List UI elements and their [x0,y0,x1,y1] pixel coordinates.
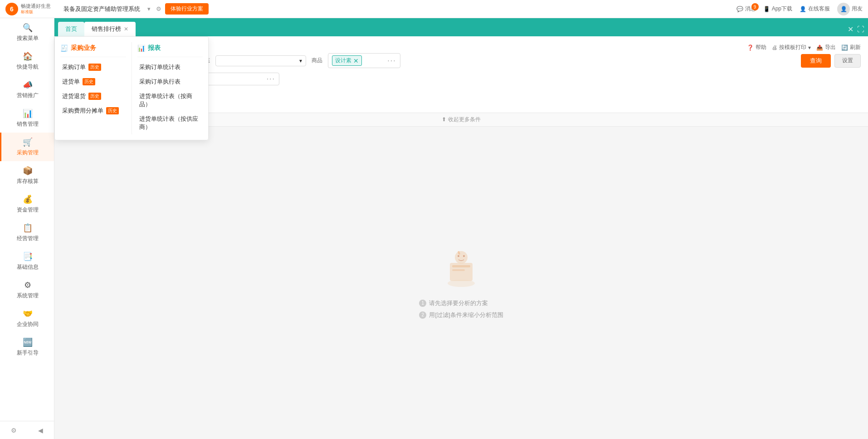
dropdown-col-purchase: 🧾 采购业务 采购订单 历史 进货单 历史 进货退货 历史 采购费用分摊单 历史 [55,42,132,134]
sidebar-item-purchase[interactable]: 🛒 采购管理 [0,133,54,161]
tab-bar-right: ✕ ⛶ [848,25,864,36]
sidebar-label-quick: 快捷导航 [17,63,39,71]
salesman-more-btn[interactable]: ··· [267,75,275,83]
collapse-label: 收起更多条件 [448,116,481,123]
sidebar-label-finance: 资金管理 [17,206,39,214]
sidebar-item-finance[interactable]: 💰 资金管理 [0,190,54,218]
sidebar-item-basicinfo[interactable]: 📑 基础信息 [0,247,54,276]
goods-tag-close[interactable]: ✕ [353,57,359,64]
operation-icon: 📋 [23,223,33,233]
export-label: 导出 [825,44,836,51]
dropdown-menu: 🧾 采购业务 采购订单 历史 进货单 历史 进货退货 历史 采购费用分摊单 历史 [54,36,209,140]
system-title-text: 装备及固定资产辅助管理系统 [63,5,140,13]
tab-bar: 首页 销售排行榜 ✕ ✕ ⛶ [54,18,868,36]
sidebar-label-guide: 新手引导 [17,349,39,357]
dropdown-item-return[interactable]: 进货退货 历史 [60,89,126,104]
sidebar-item-enterprise[interactable]: 🤝 企业协同 [0,304,54,333]
dropdown-item-inbound[interactable]: 进货单 历史 [60,74,126,89]
svg-point-4 [455,251,468,264]
tab-sales-rank[interactable]: 销售排行榜 ✕ [84,22,136,36]
sidebar-item-marketing[interactable]: 📣 营销推广 [0,75,54,104]
marketing-icon: 📣 [23,80,33,90]
tab-close-icon[interactable]: ✕ [124,26,128,32]
goods-more-btn[interactable]: ··· [387,57,396,65]
avatar: 👤 [837,3,850,15]
history-badge-1: 历史 [83,78,95,85]
sidebar-item-operation[interactable]: 📋 经营管理 [0,218,54,247]
help-icon: ❓ [747,44,754,51]
svg-point-5 [458,255,459,257]
export-btn[interactable]: 📤 导出 [816,44,836,51]
sidebar-item-system[interactable]: ⚙ 系统管理 [0,276,54,304]
sidebar-collapse-btn[interactable]: ◀ [34,425,47,436]
sales-icon: 📊 [23,109,33,118]
setting-btn[interactable]: 设置 [834,54,861,68]
logo-icon: 6 [5,3,18,15]
industry-btn[interactable]: 体验行业方案 [165,3,209,15]
print-btn[interactable]: 🖨 按模板打印 ▾ [772,44,811,51]
empty-tips: 1 请先选择要分析的方案 2 用[过滤]条件来缩小分析范围 [419,297,503,321]
sidebar-bottom: ⚙ ◀ [0,421,54,439]
dropdown-item-report-3[interactable]: 进货单统计表（按商品） [137,89,203,112]
inbound-label: 进货单 [62,78,80,86]
tip-text-2: 用[过滤]条件来缩小分析范围 [429,309,503,321]
empty-illustration [439,245,484,290]
refresh-icon: 🔄 [841,44,848,51]
purchase-section-title: 🧾 采购业务 [60,42,126,57]
user-item[interactable]: 👤 用友 [837,3,863,15]
sidebar-label-basicinfo: 基础信息 [17,263,39,271]
sidebar-item-inventory[interactable]: 📦 库存核算 [0,161,54,190]
sidebar-item-sales[interactable]: 📊 销售管理 [0,104,54,133]
dropdown-col-reports: 📊 报表 采购订单统计表 采购订单执行表 进货单统计表（按商品） 进货单统计表（… [132,42,209,134]
dropdown-item-cost[interactable]: 采购费用分摊单 历史 [60,104,126,118]
logo-text-area: 畅捷通好生意 标准版 [21,3,51,15]
dropdown-arrow-icon[interactable]: ▾ [147,5,151,12]
settings-icon[interactable]: ⚙ [156,5,161,12]
collapse-icon: ⬆ [442,116,446,123]
cost-label: 采购费用分摊单 [62,107,103,115]
query-btn[interactable]: 查询 [801,54,831,68]
doc-status-select[interactable]: ▾ [215,55,306,66]
help-btn[interactable]: ❓ 帮助 [747,44,766,51]
sidebar-label-operation: 经营管理 [17,235,39,242]
sidebar-item-quick[interactable]: 🏠 快捷导航 [0,47,54,75]
tab-close-btn[interactable]: ✕ [848,25,853,34]
system-icon: ⚙ [24,280,31,290]
sidebar-label-inventory: 库存核算 [17,178,39,185]
dropdown-item-purchase-order[interactable]: 采购订单 历史 [60,60,126,74]
reports-title-icon: 📊 [137,44,145,52]
app-download-item[interactable]: 📱 App下载 [763,5,792,13]
export-icon: 📤 [816,44,823,51]
message-item[interactable]: 💬 消息 9 [736,5,756,13]
online-service-item[interactable]: 👤 在线客服 [800,5,830,13]
header-right: 💬 消息 9 📱 App下载 👤 在线客服 👤 用友 [736,3,863,15]
print-dropdown-icon[interactable]: ▾ [808,44,811,51]
purchase-title-icon: 🧾 [60,44,68,52]
search-icon: 🔍 [23,23,33,33]
print-label: 按模板打印 [779,44,806,51]
tab-sales-rank-label: 销售排行榜 [92,25,121,33]
dropdown-item-report-2[interactable]: 采购订单执行表 [137,74,203,89]
sidebar-label-marketing: 营销推广 [17,92,39,99]
empty-state: 1 请先选择要分析的方案 2 用[过滤]条件来缩小分析范围 [54,127,868,439]
salesman-select[interactable]: ··· [198,73,279,85]
dropdown-item-report-1[interactable]: 采购订单统计表 [137,60,203,74]
refresh-btn[interactable]: 🔄 刷新 [841,44,861,51]
tip-num-1: 1 [419,300,426,307]
enterprise-icon: 🤝 [23,309,33,319]
svg-point-6 [463,255,465,257]
sidebar-settings-btn[interactable]: ⚙ [7,425,20,436]
phone-icon: 📱 [763,6,770,12]
goods-tag: 设计素 ✕ [332,55,362,66]
dropdown-columns: 🧾 采购业务 采购订单 历史 进货单 历史 进货退货 历史 采购费用分摊单 历史 [55,42,208,134]
sidebar-item-search[interactable]: 🔍 搜索菜单 [0,18,54,47]
dropdown-item-report-4[interactable]: 进货单统计表（按供应商） [137,112,203,134]
svg-rect-2 [452,265,470,267]
empty-tip-1: 1 请先选择要分析的方案 [419,297,503,309]
svg-rect-3 [452,269,465,271]
goods-select[interactable]: 设计素 ✕ ··· [328,53,400,68]
tab-home[interactable]: 首页 [58,22,84,36]
sidebar-item-guide[interactable]: 🆕 新手引导 [0,333,54,361]
tab-fullscreen-btn[interactable]: ⛶ [857,25,864,34]
report-3-label: 进货单统计表（按商品） [139,92,201,109]
